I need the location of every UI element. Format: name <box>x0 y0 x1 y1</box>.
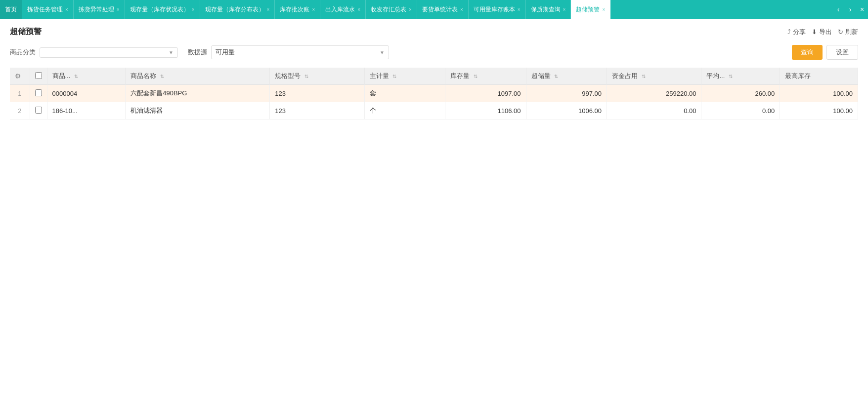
col-inventory[interactable]: 库存量 ⇅ <box>445 68 526 85</box>
refresh-button[interactable]: ↻ 刷新 <box>838 28 858 37</box>
nav-item-summary[interactable]: 收发存汇总表 × <box>366 0 417 19</box>
chevron-down-icon: ▼ <box>380 50 385 55</box>
nav-item-overstock-warning[interactable]: 超储预警 × <box>571 0 610 19</box>
col-settings[interactable]: ⚙ <box>10 68 30 85</box>
capital-value: 259220.00 <box>607 85 701 102</box>
product-spec: 123 <box>270 85 364 102</box>
share-button[interactable]: ⤴ 分享 <box>787 28 806 37</box>
col-label: 主计量 <box>370 72 389 79</box>
close-icon[interactable]: × <box>563 7 566 12</box>
close-icon[interactable]: × <box>518 7 521 12</box>
category-label: 商品分类 <box>10 48 36 57</box>
overstock-qty: 1006.00 <box>526 102 607 119</box>
col-product-code[interactable]: 商品... ⇅ <box>47 68 126 85</box>
nav-item-pick-exception[interactable]: 拣货异常处理 × <box>74 0 125 19</box>
col-max-stock[interactable]: 最高库存 <box>780 68 858 85</box>
nav-arrows: ‹ › × <box>832 0 868 19</box>
row-checkbox-cell <box>30 102 47 119</box>
col-label: 商品... <box>52 72 71 79</box>
row-checkbox[interactable] <box>35 107 42 114</box>
close-icon[interactable]: × <box>460 7 463 12</box>
share-icon: ⤴ <box>787 28 791 36</box>
nav-item-available-book[interactable]: 可用量库存账本 × <box>469 0 526 19</box>
product-spec: 123 <box>270 102 364 119</box>
page-header: 超储预警 ⤴ 分享 ⬇ 导出 ↻ 刷新 <box>10 27 858 37</box>
close-icon[interactable]: × <box>602 7 605 12</box>
product-code: 186-10... <box>47 102 126 119</box>
inventory-qty: 1106.00 <box>445 102 526 119</box>
gear-icon[interactable]: ⚙ <box>15 72 21 80</box>
chevron-down-icon: ▼ <box>169 50 174 55</box>
export-icon: ⬇ <box>812 28 817 36</box>
nav-close-all[interactable]: × <box>856 0 868 19</box>
table-header-row: ⚙ 商品... ⇅ 商品名称 ⇅ 规格型号 ⇅ 主计量 <box>10 68 858 85</box>
col-label: 超储量 <box>531 72 551 79</box>
sort-icon: ⇅ <box>160 74 164 79</box>
data-table: ⚙ 商品... ⇅ 商品名称 ⇅ 规格型号 ⇅ 主计量 <box>10 68 858 119</box>
nav-item-batch-account[interactable]: 库存批次账 × <box>275 0 320 19</box>
datasource-select[interactable]: 可用量 ▼ <box>211 45 389 59</box>
sort-icon: ⇅ <box>729 74 733 79</box>
col-label: 平均... <box>706 72 725 79</box>
close-icon[interactable]: × <box>65 7 68 12</box>
capital-value: 0.00 <box>607 102 701 119</box>
category-select[interactable]: ▼ <box>40 47 178 58</box>
nav-item-home[interactable]: 首页 <box>0 0 22 19</box>
col-spec[interactable]: 规格型号 ⇅ <box>270 68 364 85</box>
close-icon[interactable]: × <box>267 7 270 12</box>
header-actions: ⤴ 分享 ⬇ 导出 ↻ 刷新 <box>787 28 858 37</box>
product-name: 六配套新昌490BPG <box>126 85 270 102</box>
datasource-filter: 数据源 可用量 ▼ <box>188 45 389 59</box>
row-number: 1 <box>10 85 30 102</box>
nav-right-arrow[interactable]: › <box>844 0 856 19</box>
filter-row: 商品分类 ▼ 数据源 可用量 ▼ 查询 设置 <box>10 45 858 60</box>
col-overstock[interactable]: 超储量 ⇅ <box>526 68 607 85</box>
settings-button[interactable]: 设置 <box>826 45 858 60</box>
refresh-icon: ↻ <box>838 28 843 36</box>
max-stock-value: 100.00 <box>780 102 858 119</box>
nav-item-inventory-dist[interactable]: 现存量（库存分布表） × <box>200 0 275 19</box>
select-all-checkbox[interactable] <box>35 72 42 79</box>
nav-item-pick-task[interactable]: 拣货任务管理 × <box>22 0 74 19</box>
sort-icon: ⇅ <box>304 74 308 79</box>
nav-item-inventory-status[interactable]: 现存量（库存状况表） × <box>125 0 200 19</box>
overstock-qty: 997.00 <box>526 85 607 102</box>
col-product-name[interactable]: 商品名称 ⇅ <box>126 68 270 85</box>
table-row: 1 0000004 六配套新昌490BPG 123 套 1097.00 997.… <box>10 85 858 102</box>
nav-item-inout-flow[interactable]: 出入库流水 × <box>320 0 366 19</box>
product-name: 机油滤清器 <box>126 102 270 119</box>
col-unit[interactable]: 主计量 ⇅ <box>364 68 445 85</box>
filter-actions: 查询 设置 <box>792 45 858 60</box>
col-checkbox <box>30 68 47 85</box>
category-filter: 商品分类 ▼ <box>10 47 178 58</box>
close-icon[interactable]: × <box>357 7 360 12</box>
row-number: 2 <box>10 102 30 119</box>
nav-item-order-stats[interactable]: 要货单统计表 × <box>417 0 469 19</box>
product-unit: 个 <box>364 102 445 119</box>
avg-value: 260.00 <box>701 85 780 102</box>
col-label: 库存量 <box>450 72 470 79</box>
main-content: 超储预警 ⤴ 分享 ⬇ 导出 ↻ 刷新 商品分类 ▼ 数据源 <box>0 19 868 395</box>
top-navigation: 首页 拣货任务管理 × 拣货异常处理 × 现存量（库存状况表） × 现存量（库存… <box>0 0 868 19</box>
col-label: 商品名称 <box>130 72 156 79</box>
close-icon[interactable]: × <box>117 7 120 12</box>
nav-left-arrow[interactable]: ‹ <box>832 0 844 19</box>
col-avg[interactable]: 平均... ⇅ <box>701 68 780 85</box>
export-button[interactable]: ⬇ 导出 <box>812 28 832 37</box>
max-stock-value: 100.00 <box>780 85 858 102</box>
row-checkbox[interactable] <box>35 89 42 96</box>
product-unit: 套 <box>364 85 445 102</box>
col-label: 最高库存 <box>785 72 811 79</box>
sort-icon: ⇅ <box>74 74 78 79</box>
close-icon[interactable]: × <box>192 7 195 12</box>
close-icon[interactable]: × <box>409 7 412 12</box>
col-label: 规格型号 <box>275 72 301 79</box>
nav-item-quality-check[interactable]: 保质期查询 × <box>526 0 571 19</box>
datasource-label: 数据源 <box>188 48 207 57</box>
sort-icon: ⇅ <box>474 74 477 79</box>
close-icon[interactable]: × <box>312 7 315 12</box>
product-code: 0000004 <box>47 85 126 102</box>
query-button[interactable]: 查询 <box>792 45 823 60</box>
col-capital[interactable]: 资金占用 ⇅ <box>607 68 701 85</box>
inventory-qty: 1097.00 <box>445 85 526 102</box>
